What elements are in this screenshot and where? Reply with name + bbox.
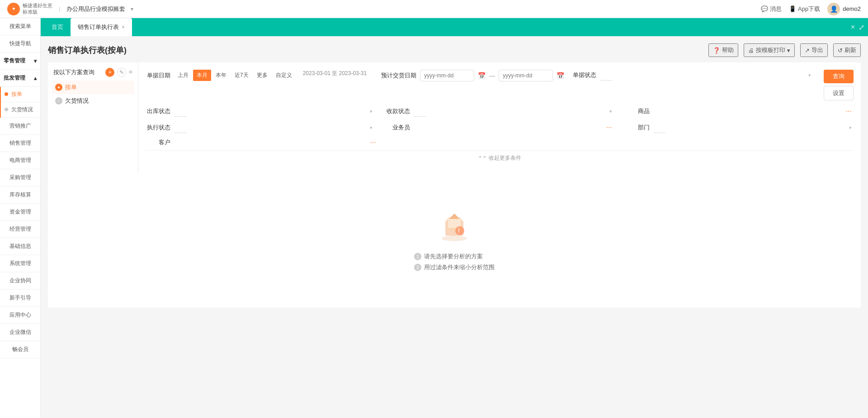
retail-arrow-icon: ▾	[34, 58, 37, 64]
sidebar: 搜索菜单 快捷导航 零售管理 ▾ 批发管理 ▴ 按单 欠货情况 营销推广	[0, 18, 41, 418]
sidebar-item-wechat[interactable]: 企业微信	[0, 324, 40, 341]
date-tab-this-month[interactable]: 本月	[193, 70, 211, 81]
customer-field: 客户 ···	[146, 138, 378, 147]
filter-row-1: 单据日期 上月 本月 本年 近7天 更多 自定义	[146, 70, 854, 100]
date-tabs: 上月 本月 本年 近7天 更多 自定义	[174, 70, 296, 81]
payment-select[interactable]	[414, 106, 426, 117]
exec-status-field: 执行状态	[146, 122, 374, 133]
delivery-select[interactable]	[174, 106, 187, 117]
header-right: 💬 消息 📱 App下载 👤 demo2	[761, 3, 861, 15]
sidebar-item-marketing[interactable]: 营销推广	[0, 118, 40, 135]
status-select[interactable]	[600, 70, 613, 81]
logo-area: ✦ 畅捷通好生意 标准版	[7, 3, 52, 15]
sidebar-item-basic-info[interactable]: 基础信息	[0, 238, 40, 255]
sidebar-item-retail[interactable]: 零售管理 ▾	[0, 52, 40, 70]
filter-row-2: 出库状态 收款状态	[146, 106, 854, 117]
expected-date-label: 预计交货日期	[381, 71, 416, 80]
sidebar-sub-wholesale: 按单 欠货情况	[0, 87, 40, 118]
expected-date-start[interactable]	[420, 70, 474, 81]
sidebar-item-shortcuts[interactable]: 快捷导航	[0, 35, 40, 52]
content-panel: 按以下方案查询 + ✎ « ● 按单 ○	[48, 62, 861, 308]
sidebar-item-guide[interactable]: 新手引导	[0, 290, 40, 307]
user-avatar-area[interactable]: 👤 demo2	[827, 3, 861, 15]
cal-icon-start[interactable]: 📅	[478, 72, 486, 79]
exec-select[interactable]	[174, 122, 187, 133]
export-button[interactable]: ↗ 导出	[800, 43, 828, 57]
date-tab-custom[interactable]: 自定义	[272, 70, 296, 81]
expected-date-group: 预计交货日期 📅 — 📅	[381, 70, 564, 81]
sidebar-item-search[interactable]: 搜索菜单	[0, 18, 40, 35]
sidebar-item-sales[interactable]: 销售管理	[0, 135, 40, 152]
tip-num-2: 2	[414, 264, 421, 271]
sidebar-item-wholesale[interactable]: 批发管理 ▴	[0, 70, 40, 87]
delivery-label: 出库状态	[146, 107, 170, 115]
sidebar-item-apps[interactable]: 应用中心	[0, 307, 40, 324]
sidebar-item-vip[interactable]: 畅会员	[0, 341, 40, 358]
filter-tree-item-order[interactable]: ● 按单	[52, 81, 134, 94]
window-max-icon[interactable]: ⤢	[859, 23, 864, 32]
refresh-button[interactable]: ↺ 刷新	[833, 43, 861, 57]
payment-label: 收款状态	[385, 107, 410, 115]
sidebar-item-finance[interactable]: 资金管理	[0, 204, 40, 221]
window-close-icon[interactable]: ×	[851, 23, 855, 32]
salesman-more-icon[interactable]: ···	[604, 124, 614, 132]
tab-bar: 首页 销售订单执行表 × × ⤢	[41, 18, 868, 36]
sidebar-item-ecommerce[interactable]: 电商管理	[0, 152, 40, 169]
header-left: ✦ 畅捷通好生意 标准版 | 办公用品行业模拟账套 ▾	[7, 3, 133, 15]
goods-label: 商品	[625, 107, 650, 115]
sidebar-item-system[interactable]: 系统管理	[0, 255, 40, 272]
query-button[interactable]: 查询	[824, 70, 854, 83]
delivery-status-field: 出库状态	[146, 106, 374, 117]
cal-icon-end[interactable]: 📅	[557, 72, 564, 79]
customer-more-icon[interactable]: ···	[368, 138, 378, 147]
dept-select[interactable]	[653, 122, 666, 133]
print-button[interactable]: 🖨 按模板打印 ▾	[744, 43, 795, 57]
sidebar-item-enterprise[interactable]: 企业协同	[0, 272, 40, 290]
message-button[interactable]: 💬 消息	[761, 5, 782, 13]
export-icon: ↗	[805, 47, 810, 54]
user-name: demo2	[843, 5, 861, 12]
order-scheme-icon: ●	[55, 84, 62, 91]
page-actions: ❓ 帮助 🖨 按模板打印 ▾ ↗ 导出 ↺ 刷新	[708, 43, 861, 57]
tab-active[interactable]: 销售订单执行表 ×	[71, 18, 132, 36]
date-separator: —	[489, 72, 495, 79]
date-tab-this-year[interactable]: 本年	[212, 70, 230, 81]
message-icon: 💬	[761, 5, 768, 12]
header-dropdown-icon[interactable]: ▾	[131, 6, 133, 12]
page-title: 销售订单执行表(按单)	[48, 45, 127, 56]
sidebar-item-operations[interactable]: 经营管理	[0, 221, 40, 238]
status-select-wrapper	[600, 70, 813, 81]
help-button[interactable]: ❓ 帮助	[708, 43, 738, 57]
app-download-button[interactable]: 📱 App下载	[789, 5, 820, 13]
collapse-button[interactable]: ⌃⌃ 收起更多条件	[146, 150, 854, 166]
empty-state: ! 1 请先选择要分析的方案 2 用过滤条件来缩小分析范围	[48, 173, 861, 308]
add-scheme-button[interactable]: +	[105, 68, 114, 77]
empty-illustration: !	[436, 209, 472, 245]
dept-label: 部门	[625, 124, 650, 132]
delivery-select-wrapper	[174, 106, 374, 117]
sidebar-sub-item-order[interactable]: 按单	[1, 87, 40, 102]
goods-field: 商品 ···	[625, 106, 854, 117]
status-label: 单据状态	[571, 71, 596, 79]
tab-home[interactable]: 首页	[44, 18, 71, 36]
edit-scheme-button[interactable]: ✎	[117, 68, 126, 77]
tab-close-icon[interactable]: ×	[122, 24, 125, 30]
sidebar-sub-item-owe[interactable]: 欠货情况	[1, 102, 40, 118]
goods-more-icon[interactable]: ···	[844, 107, 854, 115]
settings-button[interactable]: 设置	[824, 86, 854, 100]
left-filter-icons: + ✎ «	[105, 68, 132, 77]
filter-tree-item-owe[interactable]: ○ 欠货情况	[52, 94, 134, 108]
date-tab-more[interactable]: 更多	[253, 70, 271, 81]
collapse-up-icon: ⌃⌃	[478, 155, 487, 162]
wholesale-arrow-icon: ▴	[34, 75, 37, 81]
collapse-left-icon[interactable]: «	[129, 68, 132, 77]
expected-date-end[interactable]	[499, 70, 553, 81]
owe-scheme-icon: ○	[55, 97, 62, 104]
empty-tips: 1 请先选择要分析的方案 2 用过滤条件来缩小分析范围	[414, 252, 495, 271]
sidebar-item-inventory[interactable]: 库存核算	[0, 186, 40, 204]
date-tab-last-month[interactable]: 上月	[174, 70, 192, 81]
svg-point-5	[455, 226, 464, 235]
main-layout: 搜索菜单 快捷导航 零售管理 ▾ 批发管理 ▴ 按单 欠货情况 营销推广	[0, 18, 868, 418]
sidebar-item-purchase[interactable]: 采购管理	[0, 169, 40, 186]
date-tab-7days[interactable]: 近7天	[231, 70, 252, 81]
